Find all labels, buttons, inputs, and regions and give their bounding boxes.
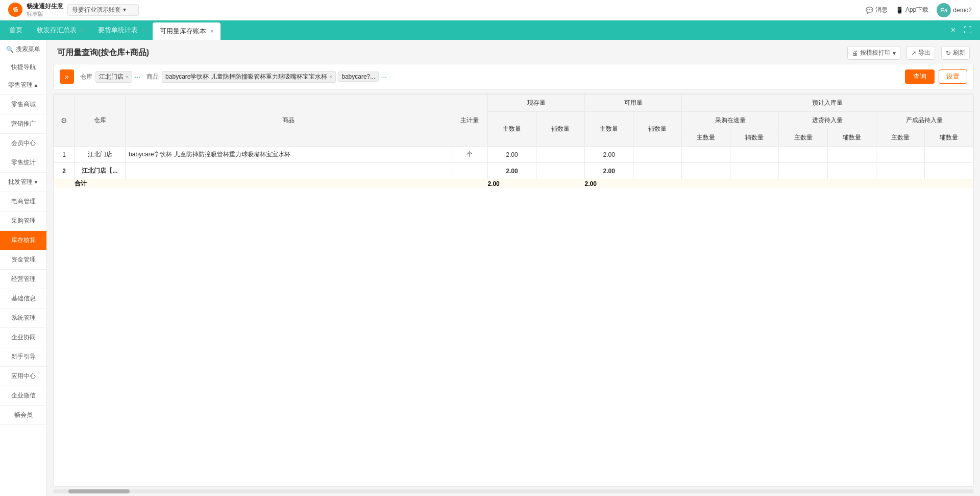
sidebar-item-wholesale[interactable]: 批发管理 ▼ xyxy=(0,173,46,192)
chevron-down-icon: ▼ xyxy=(34,179,39,185)
sidebar-item-app-center[interactable]: 应用中心 xyxy=(0,367,46,386)
scroll-thumb[interactable] xyxy=(68,489,130,493)
sidebar-item-ecommerce[interactable]: 电商管理 xyxy=(0,192,46,211)
chevron-down-icon: ▾ xyxy=(893,50,896,57)
col-unit-header: 主计量 xyxy=(452,95,487,147)
row-pt-main-2 xyxy=(682,163,730,179)
col-avail-main-header: 主数量 xyxy=(585,112,633,147)
refresh-button[interactable]: ↻ 刷新 xyxy=(941,46,970,60)
warehouse-more-button[interactable]: ··· xyxy=(134,73,140,81)
export-button[interactable]: ↗ 导出 xyxy=(906,46,935,60)
product-tag-babycare2: babycare?... xyxy=(338,72,379,82)
message-button[interactable]: 💬 消息 xyxy=(866,6,888,14)
sidebar-item-member[interactable]: 畅会员 xyxy=(0,406,46,425)
sidebar-item-retail-mall[interactable]: 零售商城 xyxy=(0,95,46,114)
download-icon: 📱 xyxy=(896,7,903,14)
sidebar-item-enterprise-collab[interactable]: 企业协同 xyxy=(0,328,46,347)
row-no-1: 1 xyxy=(54,147,75,163)
sidebar-item-system-mgmt[interactable]: 系统管理 xyxy=(0,309,46,328)
row-prod-aux-2 xyxy=(924,163,973,179)
query-button[interactable]: 查询 xyxy=(905,69,935,84)
filter-toggle-button[interactable]: » xyxy=(60,69,74,84)
print-template-button[interactable]: 🖨 按模板打印 ▾ xyxy=(847,46,900,60)
sidebar-item-retail-stats[interactable]: 零售统计 xyxy=(0,153,46,173)
app-download-button[interactable]: 📱 App下载 xyxy=(896,6,928,14)
col-incoming-header: 进货待入量 xyxy=(779,112,876,129)
product-more-button[interactable]: ··· xyxy=(381,73,387,81)
top-bar-right: 💬 消息 📱 App下载 Ea demo2 xyxy=(866,3,972,17)
sidebar-item-basic-info[interactable]: 基础信息 xyxy=(0,289,46,309)
sidebar-item-new-guide[interactable]: 新手引导 xyxy=(0,347,46,367)
row-pt-aux-2 xyxy=(730,163,779,179)
logo-icon: 畅 xyxy=(8,3,22,17)
close-all-tabs-button[interactable]: × xyxy=(949,23,958,37)
search-menu-item[interactable]: 🔍 搜索菜单 xyxy=(0,40,46,59)
sidebar-item-finance[interactable]: 资金管理 xyxy=(0,250,46,270)
row-avail-main-2: 2.00 xyxy=(585,163,633,179)
sidebar-item-operations[interactable]: 经营管理 xyxy=(0,270,46,289)
tab-available-stock[interactable]: 可用量库存账本 × xyxy=(153,22,220,40)
row-inc-main-2 xyxy=(779,163,827,179)
footer-pt-main xyxy=(682,179,730,188)
user-profile[interactable]: Ea demo2 xyxy=(937,3,972,17)
footer-avail-main: 2.00 xyxy=(585,179,633,188)
product-label: 商品 xyxy=(146,73,159,81)
sidebar-item-inventory[interactable]: 库存核算 xyxy=(0,231,46,250)
row-stock-main-2: 2.00 xyxy=(487,163,536,179)
warehouse-label: 仓库 xyxy=(80,73,92,81)
sidebar-item-marketing[interactable]: 营销推广 xyxy=(0,114,46,134)
industry-select[interactable]: 母婴行业演示账套 ▾ xyxy=(67,4,139,16)
col-prod-main-header: 主数量 xyxy=(876,129,924,147)
fullscreen-button[interactable]: ⛶ xyxy=(962,23,974,37)
brand-name: 畅捷通好生意 xyxy=(27,3,63,11)
footer-label: 合计 xyxy=(75,179,488,188)
footer-stock-main: 2.00 xyxy=(487,179,536,188)
footer-avail-aux xyxy=(633,179,682,188)
row-stock-aux-1 xyxy=(536,147,585,163)
product-filter-group: 商品 babycare学饮杯 儿童防摔防撞吸管杯重力球吸嘴杯宝宝水杯 × bab… xyxy=(146,71,387,83)
row-stock-aux-2 xyxy=(536,163,585,179)
page-header: 可用量查询(按仓库+商品) 🖨 按模板打印 ▾ ↗ 导出 ↻ 刷新 xyxy=(47,40,980,64)
settings-button[interactable]: 设置 xyxy=(939,69,967,84)
row-product-2 xyxy=(126,163,452,179)
print-icon: 🖨 xyxy=(852,50,858,57)
col-inc-main-header: 主数量 xyxy=(779,129,827,147)
tab-home[interactable]: 首页 xyxy=(2,20,30,40)
col-available-header: 可用量 xyxy=(585,95,682,112)
sub-title: 标准版 xyxy=(27,10,63,17)
tab-recv-send[interactable]: 收发存汇总表 × xyxy=(30,20,91,40)
sidebar-item-retail-mgmt[interactable]: 零售管理 ▲ xyxy=(0,76,46,95)
product-tag-close-1[interactable]: × xyxy=(329,74,332,80)
sidebar-item-member-center[interactable]: 会员中心 xyxy=(0,134,46,153)
warehouse-tag-jiangbei: 江北门店 × xyxy=(95,71,132,83)
row-prod-main-2 xyxy=(876,163,924,179)
tab-close-order-stats[interactable]: × xyxy=(142,27,145,33)
warehouse-tag-close[interactable]: × xyxy=(126,74,129,80)
scroll-track[interactable] xyxy=(53,489,974,493)
top-bar: 畅 畅捷通好生意 标准版 母婴行业演示账套 ▾ 💬 消息 📱 App下载 Ea … xyxy=(0,0,980,20)
row-product-1: babycare学饮杯 儿童防摔防撞吸管杯重力球吸嘴杯宝宝水杯 xyxy=(126,147,452,163)
tab-close-available-stock[interactable]: × xyxy=(210,28,213,34)
row-inc-main-1 xyxy=(779,147,827,163)
row-prod-main-1 xyxy=(876,147,924,163)
table-container: ⚙ 仓库 商品 主计量 现存量 可用量 预计入库量 主数量 辅数量 主数量 辅数… xyxy=(53,93,974,487)
sidebar-item-purchase[interactable]: 采购管理 xyxy=(0,211,46,231)
col-avail-aux-header: 辅数量 xyxy=(633,112,682,147)
tab-order-stats[interactable]: 要货单统计表 × xyxy=(91,20,152,40)
nav-tabs: 首页 收发存汇总表 × 要货单统计表 × 可用量库存账本 × × ⛶ xyxy=(0,20,980,40)
sidebar-item-enterprise-wechat[interactable]: 企业微信 xyxy=(0,386,46,406)
footer-inc-main xyxy=(779,179,827,188)
footer-prod-aux xyxy=(924,179,973,188)
warehouse-tags: 江北门店 × ··· xyxy=(95,71,140,83)
bottom-scrollbar[interactable] xyxy=(47,487,980,496)
column-settings-icon[interactable]: ⚙ xyxy=(59,115,69,126)
row-pt-aux-1 xyxy=(730,147,779,163)
avatar: Ea xyxy=(937,3,951,17)
row-inc-aux-2 xyxy=(827,163,876,179)
quick-nav-item[interactable]: 快捷导航 xyxy=(0,59,46,76)
footer-empty-1 xyxy=(54,179,75,188)
tab-close-recv-send[interactable]: × xyxy=(81,27,84,33)
footer-stock-aux xyxy=(536,179,585,188)
row-avail-aux-1 xyxy=(633,147,682,163)
row-avail-aux-2 xyxy=(633,163,682,179)
